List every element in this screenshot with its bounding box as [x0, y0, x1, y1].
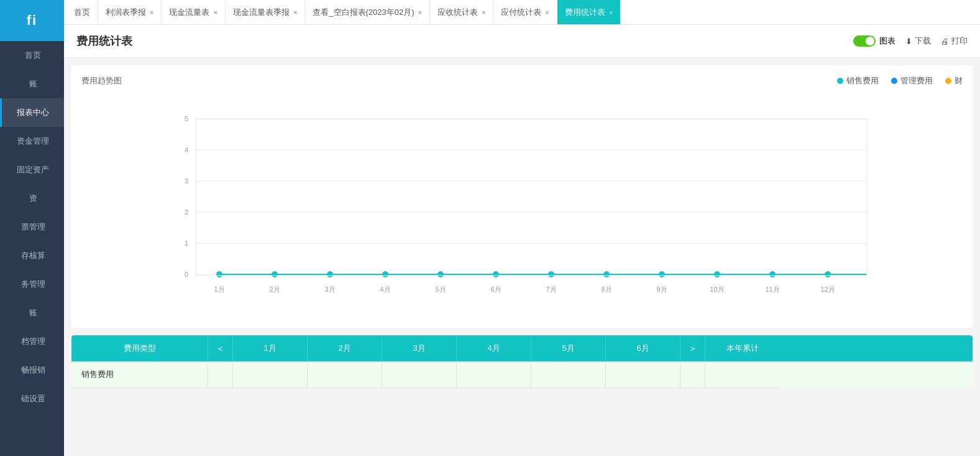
prev-icon[interactable]: < — [218, 344, 223, 353]
svg-text:4月: 4月 — [380, 286, 390, 293]
th-month1: 1月 — [233, 335, 308, 361]
th-nav-prev[interactable]: < — [208, 335, 233, 361]
svg-text:6月: 6月 — [490, 286, 501, 293]
tab-home[interactable]: 首页 — [66, 0, 98, 24]
print-icon: 🖨 — [941, 37, 949, 46]
svg-text:3月: 3月 — [324, 286, 335, 293]
tab-payable[interactable]: 应付统计表 × — [493, 0, 557, 24]
td-nav2 — [680, 361, 705, 388]
close-icon[interactable]: × — [213, 9, 217, 16]
svg-text:11月: 11月 — [765, 286, 779, 293]
next-icon[interactable]: > — [690, 344, 695, 353]
table-header: 费用类型 < 1月 2月 3月 4月 5月 — [71, 335, 973, 361]
data-point — [216, 271, 222, 277]
data-point — [714, 271, 720, 277]
main-area: 首页 利润表季报 × 现金流量表 × 现金流量表季报 × 查看_空白报表(202… — [64, 0, 980, 456]
th-type: 费用类型 — [71, 335, 208, 361]
tab-bar: 首页 利润表季报 × 现金流量表 × 现金流量表季报 × 查看_空白报表(202… — [64, 0, 980, 25]
svg-text:9月: 9月 — [656, 286, 667, 293]
tab-cashflow[interactable]: 现金流量表 × — [162, 0, 225, 24]
data-point — [825, 271, 831, 277]
chart-toggle[interactable] — [853, 35, 876, 47]
toggle-label: 图表 — [879, 35, 895, 47]
sidebar-item-service[interactable]: 务管理 — [0, 270, 64, 299]
svg-text:8月: 8月 — [601, 286, 611, 293]
sidebar-item-settings[interactable]: 础设置 — [0, 384, 64, 413]
svg-text:1: 1 — [185, 240, 188, 247]
sidebar-item-archive[interactable]: 档管理 — [0, 327, 64, 356]
sidebar-item-ledger[interactable]: 账 — [0, 299, 64, 327]
td-col6 — [606, 361, 680, 388]
sidebar-item-home[interactable]: 首页 — [0, 41, 64, 70]
page-title: 费用统计表 — [76, 34, 132, 49]
svg-text:2月: 2月 — [269, 286, 280, 293]
td-col2 — [308, 361, 382, 388]
data-point — [272, 271, 278, 277]
th-month6: 6月 — [606, 335, 680, 361]
chart-legend: 销售费用 管理费用 财 — [837, 75, 963, 86]
sidebar-item-account[interactable]: 账 — [0, 70, 64, 98]
data-point — [327, 271, 333, 277]
legend-dot-admin — [891, 78, 897, 84]
svg-text:10月: 10月 — [710, 286, 724, 293]
sidebar-item-fund[interactable]: 资金管理 — [0, 127, 64, 156]
data-point — [382, 271, 388, 277]
tab-blank-report[interactable]: 查看_空白报表(2023年02月) × — [305, 0, 430, 24]
close-icon[interactable]: × — [150, 9, 153, 16]
sidebar: fi 首页 账 报表中心 资金管理 固定资产 资 票管理 存核算 务管理 账 档… — [0, 0, 64, 456]
legend-dot-finance — [945, 78, 951, 84]
td-col3 — [382, 361, 457, 388]
sidebar-logo: fi — [0, 0, 64, 41]
page-header: 费用统计表 图表 ⬇ 下载 🖨 打印 — [64, 25, 980, 58]
svg-text:0: 0 — [185, 271, 188, 278]
th-month4: 4月 — [457, 335, 531, 361]
svg-text:3: 3 — [185, 177, 188, 185]
page-content: 费用统计表 图表 ⬇ 下载 🖨 打印 费用趋势图 — [64, 25, 980, 456]
tab-expense[interactable]: 费用统计表 × — [557, 0, 621, 24]
header-actions: 图表 ⬇ 下载 🖨 打印 — [853, 35, 968, 47]
svg-text:4: 4 — [185, 146, 188, 154]
th-nav-next[interactable]: > — [680, 335, 705, 361]
chart-container: 0 1 2 3 4 5 — [81, 94, 963, 318]
svg-text:7月: 7月 — [546, 286, 556, 293]
close-icon[interactable]: × — [293, 9, 297, 16]
tab-cashflow-quarterly[interactable]: 现金流量表季报 × — [226, 0, 305, 24]
table-row: 销售费用 — [71, 361, 973, 388]
legend-finance: 财 — [945, 75, 963, 86]
sidebar-item-inventory[interactable]: 存核算 — [0, 241, 64, 270]
close-icon[interactable]: × — [418, 9, 422, 16]
svg-text:5月: 5月 — [435, 286, 446, 293]
close-icon[interactable]: × — [545, 9, 549, 16]
chart-header: 费用趋势图 销售费用 管理费用 财 — [81, 75, 963, 86]
tab-receivable[interactable]: 应收统计表 × — [430, 0, 493, 24]
sidebar-item-reports[interactable]: 报表中心 — [0, 98, 64, 127]
svg-rect-24 — [196, 119, 867, 276]
download-button[interactable]: ⬇ 下载 — [905, 35, 931, 47]
download-icon: ⬇ — [905, 37, 912, 46]
sidebar-item-resource[interactable]: 资 — [0, 184, 64, 213]
legend-admin: 管理费用 — [891, 75, 933, 86]
th-month5: 5月 — [531, 335, 606, 361]
th-total: 本年累计 — [705, 335, 780, 361]
td-type: 销售费用 — [71, 361, 208, 388]
print-button[interactable]: 🖨 打印 — [941, 35, 968, 47]
data-point — [437, 271, 444, 277]
sidebar-item-invoice[interactable]: 票管理 — [0, 213, 64, 241]
chart-toggle-wrap: 图表 — [853, 35, 895, 47]
sidebar-item-expense[interactable]: 畅报销 — [0, 356, 64, 384]
data-point — [548, 271, 554, 277]
legend-sales: 销售费用 — [837, 75, 879, 86]
chart-section: 费用趋势图 销售费用 管理费用 财 — [71, 65, 973, 328]
table-section: 费用类型 < 1月 2月 3月 4月 5月 — [71, 335, 973, 388]
th-month2: 2月 — [308, 335, 382, 361]
sidebar-item-fixed-assets[interactable]: 固定资产 — [0, 156, 64, 184]
th-month3: 3月 — [382, 335, 457, 361]
data-point — [493, 271, 499, 277]
svg-text:1月: 1月 — [214, 286, 224, 293]
td-nav — [208, 361, 233, 388]
close-icon[interactable]: × — [482, 9, 485, 16]
td-col1 — [233, 361, 308, 388]
close-icon[interactable]: × — [609, 9, 613, 16]
tab-profit[interactable]: 利润表季报 × — [98, 0, 162, 24]
td-col5 — [531, 361, 606, 388]
